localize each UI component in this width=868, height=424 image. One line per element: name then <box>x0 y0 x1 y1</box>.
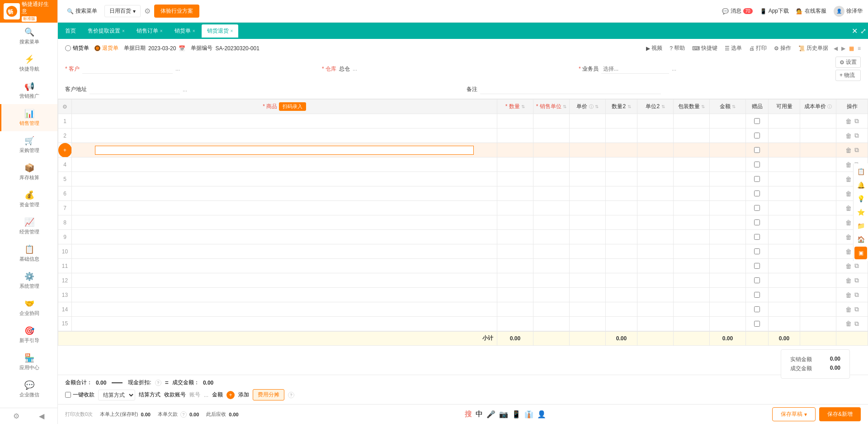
row-qty2-12[interactable] <box>606 273 637 288</box>
expand-icon[interactable]: ⤢ <box>860 27 866 35</box>
row-product-2[interactable] <box>72 129 497 143</box>
row-qty-8[interactable] <box>497 215 533 230</box>
gift-checkbox-7[interactable] <box>754 205 760 211</box>
row-cost-11[interactable] <box>800 259 836 273</box>
row-gift-6[interactable] <box>746 186 769 201</box>
row-product-14[interactable] <box>72 302 497 317</box>
gift-checkbox-15[interactable] <box>754 321 760 327</box>
gift-checkbox-5[interactable] <box>754 176 760 182</box>
row-price-6[interactable] <box>570 186 606 201</box>
tab-sales-return-close[interactable]: × <box>231 29 233 33</box>
row-qty-7[interactable] <box>497 201 533 215</box>
radio-sale[interactable]: 销货单 <box>65 44 89 52</box>
sidebar-item-wechat[interactable]: 💬 企业微信 <box>0 376 57 403</box>
row-cost-2[interactable] <box>800 129 836 143</box>
right-panel-bell-icon[interactable]: 🔔 <box>854 179 867 191</box>
history-btn[interactable]: 📜 历史单据 <box>797 43 830 53</box>
row-gift-14[interactable] <box>746 302 769 317</box>
row-qty-12[interactable] <box>497 273 533 288</box>
copy-row-14[interactable]: ⧉ <box>854 305 859 313</box>
single-due-help[interactable]: ? <box>180 411 187 418</box>
row-avail-1[interactable] <box>769 114 800 129</box>
row-price-7[interactable] <box>570 201 606 215</box>
sidebar-item-basic[interactable]: 📋 基础信息 <box>0 240 57 267</box>
copy-row-2[interactable]: ⧉ <box>854 132 859 139</box>
row-pkg-14[interactable] <box>674 302 710 317</box>
calendar-icon[interactable]: 📅 <box>179 45 185 52</box>
row-unit-14[interactable] <box>533 302 570 317</box>
row-unit-5[interactable] <box>533 172 570 186</box>
row-unit2-15[interactable] <box>637 317 674 331</box>
remark-input[interactable] <box>480 85 661 94</box>
one-click-pay-input[interactable] <box>65 392 71 398</box>
gift-checkbox-9[interactable] <box>754 234 760 240</box>
shortcut-btn[interactable]: ⌨ 快捷键 <box>690 43 719 53</box>
row-qty2-8[interactable] <box>606 215 637 230</box>
row-product-7[interactable] <box>72 201 497 215</box>
row-amount-2[interactable] <box>710 129 746 143</box>
feature-btn[interactable]: 体验行业方案 <box>154 5 199 18</box>
sidebar-item-newbie[interactable]: 🎯 新手引导 <box>0 321 57 348</box>
row-price-10[interactable] <box>570 244 606 259</box>
add-logistics-btn[interactable]: + 物流 <box>835 70 861 81</box>
delete-row-10[interactable]: 🗑 <box>845 248 852 255</box>
row-gift-12[interactable] <box>746 273 769 288</box>
row-gift-4[interactable] <box>746 157 769 172</box>
row-gift-11[interactable] <box>746 259 769 273</box>
row-amount-7[interactable] <box>710 201 746 215</box>
row-qty-2[interactable] <box>497 129 533 143</box>
row-price-3[interactable] <box>570 143 606 157</box>
row-product-12[interactable] <box>72 273 497 288</box>
gift-checkbox-3[interactable] <box>754 147 760 153</box>
row-unit2-5[interactable] <box>637 172 674 186</box>
staff-input[interactable] <box>601 64 669 74</box>
delete-row-9[interactable]: 🗑 <box>845 233 852 241</box>
row-pkg-12[interactable] <box>674 273 710 288</box>
row-unit2-12[interactable] <box>637 273 674 288</box>
right-panel-folder-icon[interactable]: 📁 <box>854 219 867 232</box>
row-unit-7[interactable] <box>533 201 570 215</box>
delete-row-5[interactable]: 🗑 <box>845 176 852 183</box>
row-unit-4[interactable] <box>533 157 570 172</box>
list-view-icon[interactable]: ≡ <box>858 45 861 52</box>
row-price-2[interactable] <box>570 129 606 143</box>
row-qty-9[interactable] <box>497 230 533 244</box>
row-qty2-15[interactable] <box>606 317 637 331</box>
row-pkg-10[interactable] <box>674 244 710 259</box>
select-btn[interactable]: ☰ 选单 <box>723 43 744 53</box>
save-draft-btn[interactable]: 保存草稿 ▾ <box>772 407 816 421</box>
message-item[interactable]: 💬 消息 70 <box>722 7 753 15</box>
row-amount-12[interactable] <box>710 273 746 288</box>
tab-price-extract-close[interactable]: × <box>122 29 125 33</box>
row-avail-3[interactable] <box>769 143 800 157</box>
row-unit-9[interactable] <box>533 230 570 244</box>
copy-row-13[interactable]: ⧉ <box>854 291 859 299</box>
expense-btn[interactable]: 费用分摊 <box>253 389 284 400</box>
row-amount-8[interactable] <box>710 215 746 230</box>
row-amount-14[interactable] <box>710 302 746 317</box>
row-avail-7[interactable] <box>769 201 800 215</box>
delete-row-4[interactable]: 🗑 <box>845 161 852 168</box>
row-qty2-5[interactable] <box>606 172 637 186</box>
row-cost-5[interactable] <box>800 172 836 186</box>
topbar-nav-btn[interactable]: 日用百货 ▾ <box>104 5 141 17</box>
tab-sales-return[interactable]: 销货退货 × <box>202 24 239 38</box>
row-qty2-4[interactable] <box>606 157 637 172</box>
row-amount-4[interactable] <box>710 157 746 172</box>
staff-dots[interactable]: ... <box>672 66 676 72</box>
row-cost-15[interactable] <box>800 317 836 331</box>
gift-checkbox-4[interactable] <box>754 162 760 167</box>
row-unit2-6[interactable] <box>637 186 674 201</box>
delete-row-2[interactable]: 🗑 <box>845 132 852 139</box>
product-input-3[interactable] <box>95 146 474 155</box>
online-service-item[interactable]: 💁 在线客服 <box>796 7 826 15</box>
row-amount-1[interactable] <box>710 114 746 129</box>
row-qty-5[interactable] <box>497 172 533 186</box>
row-gift-15[interactable] <box>746 317 769 331</box>
sidebar-item-finance[interactable]: 💰 资金管理 <box>0 186 57 213</box>
settings-topbar-icon[interactable]: ⚙ <box>144 7 151 15</box>
row-unit-10[interactable] <box>533 244 570 259</box>
row-price-11[interactable] <box>570 259 606 273</box>
row-qty2-11[interactable] <box>606 259 637 273</box>
row-qty-1[interactable] <box>497 114 533 129</box>
